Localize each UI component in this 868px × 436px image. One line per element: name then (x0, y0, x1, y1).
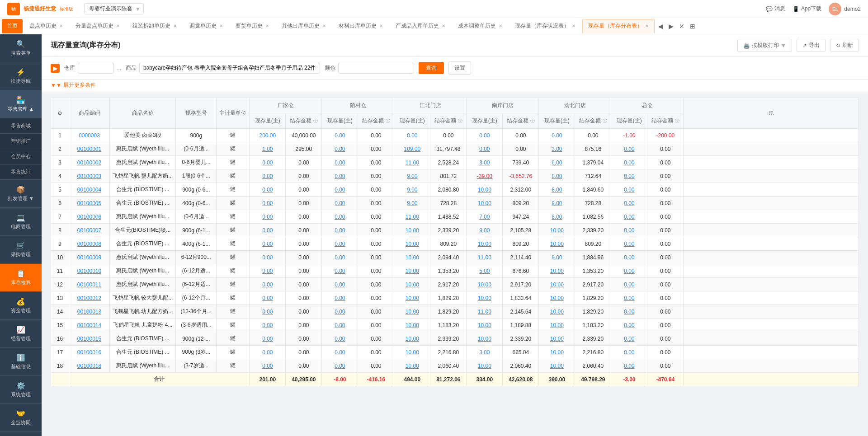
sidebar-item-operations[interactable]: 📈 经营管理 (0, 320, 42, 348)
table-cell[interactable]: 0.00 (322, 210, 358, 224)
table-cell[interactable]: 9.00 (467, 224, 503, 237)
tab-close-icon8[interactable]: ✕ (442, 23, 445, 28)
query-button[interactable]: 查询 (419, 62, 444, 74)
table-cell[interactable]: 10.00 (394, 237, 430, 251)
tab-order[interactable]: 要货单历史 ✕ (230, 19, 275, 33)
table-cell[interactable]: 0.00 (250, 197, 286, 210)
tab-close-icon3[interactable]: ✕ (173, 23, 177, 28)
table-cell[interactable]: 0.00 (250, 319, 286, 332)
table-cell[interactable]: 0.00 (394, 129, 430, 142)
table-cell[interactable]: 10.00 (394, 251, 430, 264)
table-cell[interactable]: 00100009 (69, 251, 110, 264)
table-cell[interactable]: 0.00 (322, 305, 358, 319)
table-cell[interactable]: 0.00 (322, 183, 358, 197)
table-cell[interactable]: 0.00 (322, 332, 358, 346)
message-link[interactable]: 💬 消息 (766, 5, 785, 13)
sidebar-item-ecommerce[interactable]: 💻 电商管理 (0, 208, 42, 236)
gear-icon[interactable]: ⚙ (57, 110, 62, 117)
tab-close-icon10[interactable]: ✕ (572, 23, 576, 28)
sidebar-item-basic[interactable]: ℹ️ 基础信息 (0, 348, 42, 376)
table-cell[interactable]: 0.00 (322, 264, 358, 278)
tab-home[interactable]: 首页 (2, 19, 23, 33)
table-cell[interactable]: 8.00 (539, 210, 575, 224)
table-cell[interactable]: 9.00 (394, 169, 430, 183)
table-cell[interactable]: 10.00 (539, 237, 575, 251)
tab-material-out[interactable]: 材料出库单历史 ✕ (333, 19, 389, 33)
table-cell[interactable]: 3.00 (467, 156, 503, 169)
table-cell[interactable]: 8.00 (539, 169, 575, 183)
sidebar-item-search[interactable]: 🔍 搜索英单 (0, 34, 42, 62)
app-download-link[interactable]: 📱 App下载 (793, 5, 821, 13)
table-cell[interactable]: 0.00 (250, 156, 286, 169)
table-cell[interactable]: 11.00 (467, 305, 503, 319)
table-cell[interactable]: 0.00 (250, 346, 286, 359)
table-cell[interactable]: 10.00 (394, 305, 430, 319)
table-cell[interactable]: 3.00 (539, 142, 575, 156)
table-cell[interactable]: 0.00 (250, 264, 286, 278)
table-cell[interactable]: 10.00 (394, 278, 430, 291)
sidebar-item-member[interactable]: 会员中心 (0, 149, 42, 164)
table-cell[interactable]: 10.00 (394, 319, 430, 332)
table-cell[interactable]: 0.00 (322, 129, 358, 142)
table-cell[interactable]: 0.00 (250, 305, 286, 319)
table-cell[interactable]: 0.00 (611, 237, 647, 251)
table-cell[interactable]: 0.00 (250, 359, 286, 373)
table-cell[interactable]: 10.00 (467, 197, 503, 210)
tab-close-icon7[interactable]: ✕ (379, 23, 383, 28)
table-cell[interactable]: 0.00 (322, 251, 358, 264)
table-cell[interactable]: 8.00 (539, 183, 575, 197)
th-gear[interactable]: ⚙ (51, 98, 69, 129)
table-cell[interactable]: 0.00 (322, 319, 358, 332)
table-cell[interactable]: 10.00 (467, 319, 503, 332)
industry-selector[interactable]: 母婴行业演示陈套 ▼ (84, 3, 144, 14)
table-cell[interactable]: 10.00 (394, 224, 430, 237)
table-cell[interactable]: 0.00 (611, 210, 647, 224)
table-cell[interactable]: 9.00 (539, 251, 575, 264)
table-cell[interactable]: 10.00 (394, 346, 430, 359)
table-cell[interactable]: 0.00 (322, 291, 358, 305)
table-cell[interactable]: -1.00 (611, 129, 647, 142)
table-cell[interactable]: 9.00 (394, 183, 430, 197)
table-cell[interactable]: 0.00 (611, 346, 647, 359)
table-cell[interactable]: 0.00 (250, 332, 286, 346)
table-cell[interactable]: 0.00 (250, 237, 286, 251)
tab-product-in[interactable]: 产成品入库单历史 ✕ (390, 19, 451, 33)
table-cell[interactable]: 10.00 (467, 291, 503, 305)
table-cell[interactable]: 00100002 (69, 156, 110, 169)
tab-close-all-btn[interactable]: ✕ (676, 23, 687, 30)
tab-transfer[interactable]: 调拨单历史 ✕ (184, 19, 229, 33)
table-cell[interactable]: 00100013 (69, 305, 110, 319)
table-cell[interactable]: 3.00 (467, 346, 503, 359)
warehouse-input[interactable] (78, 63, 114, 74)
table-cell[interactable]: 0.00 (322, 346, 358, 359)
table-cell[interactable]: 0.00 (322, 237, 358, 251)
table-cell[interactable]: 0.00 (250, 224, 286, 237)
tab-close-icon6[interactable]: ✕ (322, 23, 326, 28)
table-cell[interactable]: 00100003 (69, 169, 110, 183)
table-cell[interactable]: 10.00 (539, 291, 575, 305)
table-cell[interactable]: 00100005 (69, 197, 110, 210)
table-cell[interactable]: 00100004 (69, 183, 110, 197)
table-cell[interactable]: 10.00 (467, 278, 503, 291)
table-cell[interactable]: 11.00 (394, 210, 430, 224)
sidebar-item-collab[interactable]: 🤝 企业协同 (0, 404, 42, 432)
sidebar-item-inventory[interactable]: 📋 库存核算 (0, 264, 42, 292)
table-cell[interactable]: 0.00 (611, 264, 647, 278)
table-cell[interactable]: 0.00 (322, 142, 358, 156)
table-cell[interactable]: 10.00 (539, 224, 575, 237)
table-cell[interactable]: 11.00 (467, 251, 503, 264)
table-cell[interactable]: 0.00 (611, 359, 647, 373)
table-cell[interactable]: 0.00 (322, 156, 358, 169)
table-cell[interactable]: 00100018 (69, 359, 110, 373)
table-cell[interactable]: 0.00 (322, 224, 358, 237)
table-cell[interactable]: 0.00 (611, 142, 647, 156)
table-cell[interactable]: 10.00 (539, 305, 575, 319)
table-cell[interactable]: 0.00 (539, 129, 575, 142)
table-cell[interactable]: 10.00 (467, 237, 503, 251)
table-cell[interactable]: 0.00 (250, 278, 286, 291)
tab-stock-dist[interactable]: 现存量（库存分布表） ✕ (582, 19, 655, 33)
sidebar-item-purchase[interactable]: 🛒 采购管理 (0, 236, 42, 264)
tab-close-icon4[interactable]: ✕ (219, 23, 223, 28)
table-cell[interactable]: 00100014 (69, 319, 110, 332)
table-cell[interactable]: 10.00 (539, 346, 575, 359)
